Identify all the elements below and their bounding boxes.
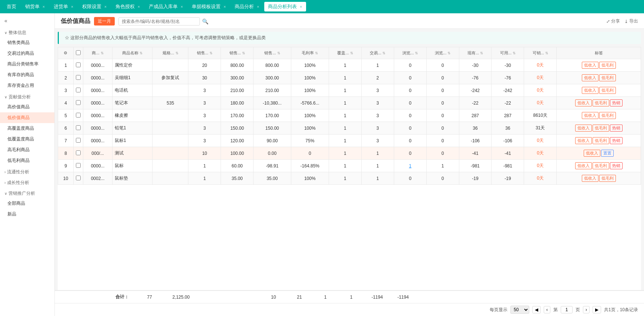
sidebar-collapse-btn[interactable]: « (3, 16, 9, 25)
row-sellable: 0天 (524, 59, 557, 72)
sidebar-item-stocked[interactable]: 有库存的商品 (0, 69, 54, 80)
col-spec[interactable]: 规格... ⇅ (152, 47, 188, 59)
row-s2: 300.00 (221, 72, 254, 84)
search-button[interactable]: 🔍 (202, 18, 208, 24)
sidebar-item-high-coverage[interactable]: 高覆盖度商品 (0, 123, 54, 134)
product-tag: 低收入 (584, 150, 600, 157)
export-icon: ⤓ (624, 19, 628, 24)
row-checkbox[interactable] (76, 163, 81, 168)
next-page-btn[interactable]: › (583, 306, 590, 313)
row-trade: 1 (361, 147, 394, 160)
sidebar-item-low-value[interactable]: 低价值商品 (0, 112, 54, 123)
per-page-select[interactable]: 50 20 100 200 (510, 306, 529, 314)
sidebar-item-new-products[interactable]: 新品 (0, 209, 54, 220)
row-code: 0000... (83, 59, 112, 72)
first-page-btn[interactable]: ◀ (532, 306, 541, 313)
nav-close-sales[interactable]: × (43, 4, 45, 9)
prev-page-btn[interactable]: ‹ (544, 306, 550, 313)
sidebar-item-high-value[interactable]: 高价值商品 (0, 102, 54, 112)
nav-close-template[interactable]: × (224, 4, 226, 9)
row-checkbox[interactable] (76, 88, 81, 92)
row-spec (152, 59, 188, 72)
nav-close-analysis-list[interactable]: × (300, 4, 302, 9)
sidebar-item-stock-capital[interactable]: 库存资金占用 (0, 80, 54, 91)
sidebar-item-high-margin[interactable]: 高毛利商品 (0, 145, 54, 155)
product-tag: 热销 (610, 162, 623, 169)
product-tag: 低收入 (582, 62, 598, 69)
col-browse2[interactable]: 浏览... ⇅ (426, 47, 459, 59)
row-checkbox[interactable] (76, 62, 81, 67)
total-s3 (198, 295, 231, 300)
nav-close-purchase[interactable]: × (71, 4, 73, 9)
sidebar-item-low-coverage[interactable]: 低覆盖度商品 (0, 134, 54, 145)
sidebar-group-marketing[interactable]: ∨ 营销推广分析 (0, 187, 54, 198)
nav-item-purchase[interactable]: 进货单 × (50, 2, 77, 11)
nav-item-role[interactable]: 角色授权 × (112, 2, 144, 11)
col-avail[interactable]: 可用... ⇅ (492, 47, 524, 59)
row-tags: 低收入置置 (557, 147, 641, 160)
row-s1: 3 (188, 122, 221, 135)
sidebar-item-low-margin[interactable]: 低毛利商品 (0, 155, 54, 166)
nav-item-sales[interactable]: 销货单 × (21, 2, 48, 11)
sidebar-item-category-sales[interactable]: 商品分类销售率 (0, 59, 54, 69)
row-checkbox[interactable] (76, 113, 81, 118)
row-name: 鼠标垫 (113, 172, 152, 185)
col-trade[interactable]: 交易... ⇅ (361, 47, 394, 59)
row-checkbox[interactable] (76, 75, 81, 80)
row-checkbox[interactable] (76, 138, 81, 143)
row-num: 10 (58, 172, 74, 185)
data-table-container[interactable]: ⚙ 商... ⇅ 商品名称 ⇅ 规格... ⇅ 销售... ⇅ 销售... ⇅ … (58, 47, 641, 290)
nav-item-analysis-list[interactable]: 商品分析列表 × (264, 2, 306, 11)
nav-item-product-analysis[interactable]: 商品分析 × (231, 2, 263, 11)
col-cover[interactable]: 覆盖... ⇅ (329, 47, 362, 59)
row-s3: 800.00 (254, 59, 291, 72)
col-browse1[interactable]: 浏览... ⇅ (394, 47, 426, 59)
row-s3: 170.00 (254, 109, 291, 122)
nav-close-permission[interactable]: × (104, 4, 107, 9)
nav-item-permission[interactable]: 权限设置 × (78, 2, 110, 11)
row-checkbox[interactable] (76, 176, 81, 180)
col-checkbox[interactable] (73, 47, 83, 59)
sidebar-group-contribution[interactable]: ∨ 贡献值分析 (0, 91, 54, 102)
filter-recent-month-btn[interactable]: 近一月 (94, 17, 115, 26)
col-s1[interactable]: 销售... ⇅ (188, 47, 221, 59)
nav-close-product-in[interactable]: × (181, 4, 183, 9)
browse-count[interactable]: 1 (409, 163, 412, 169)
row-checkbox[interactable] (76, 125, 81, 130)
col-stock[interactable]: 现有... ⇅ (459, 47, 492, 59)
nav-item-home[interactable]: 首页 (3, 2, 20, 11)
nav-close-role[interactable]: × (138, 4, 140, 9)
col-s2[interactable]: 销售... ⇅ (221, 47, 254, 59)
row-gross: 100% (291, 109, 329, 122)
row-sellable: 0天 (524, 160, 557, 172)
col-sellable[interactable]: 可销... ⇅ (524, 47, 557, 59)
sidebar-group-liquidity[interactable]: › 流通性分析 (0, 166, 54, 177)
search-input[interactable] (118, 17, 200, 26)
page-suffix: 页 (576, 307, 580, 313)
sidebar-item-sales-products[interactable]: 销售类商品 (0, 37, 54, 48)
row-s1: 3 (188, 109, 221, 122)
row-browse1[interactable]: 1 (394, 160, 426, 172)
last-page-btn[interactable]: ▶ (593, 306, 601, 313)
col-code[interactable]: 商... ⇅ (83, 47, 112, 59)
row-tags: 低收入低毛利 (557, 109, 641, 122)
share-button[interactable]: ⤢ 分享 (606, 18, 620, 24)
nav-item-product-in[interactable]: 产成品入库单 × (145, 2, 187, 11)
select-all-checkbox[interactable] (76, 50, 81, 55)
row-browse1: 0 (394, 135, 426, 147)
col-settings[interactable]: ⚙ (58, 47, 74, 59)
page-number-input[interactable] (561, 306, 573, 313)
row-code: 0000... (83, 109, 112, 122)
sidebar-item-all-products[interactable]: 全部商品 (0, 198, 54, 209)
col-s3[interactable]: 销售... ⇅ (254, 47, 291, 59)
sidebar-group-overall[interactable]: ∨ 整体信息 (0, 27, 54, 37)
col-gross[interactable]: 毛利率 ⇅ (291, 47, 329, 59)
nav-item-template[interactable]: 单据模板设置 × (188, 2, 229, 11)
sidebar-group-growth[interactable]: › 成长性分析 (0, 177, 54, 187)
row-checkbox[interactable] (76, 150, 81, 155)
nav-close-analysis[interactable]: × (257, 4, 259, 9)
row-checkbox[interactable] (76, 100, 81, 105)
export-button[interactable]: ⤓ 导出 (624, 18, 638, 24)
sidebar-item-traded-products[interactable]: 交易过的商品 (0, 48, 54, 59)
col-name[interactable]: 商品名称 ⇅ (113, 47, 152, 59)
